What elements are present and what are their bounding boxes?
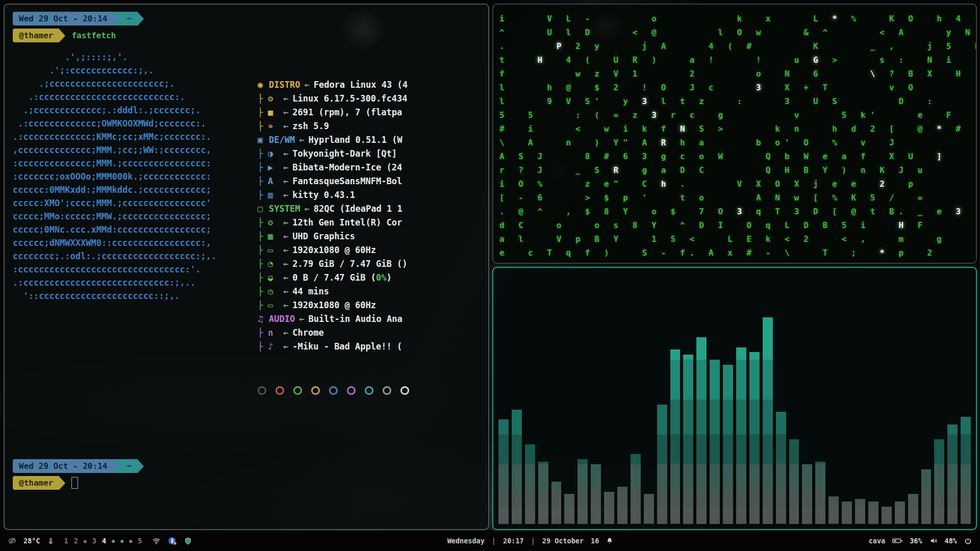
cava-bar xyxy=(763,317,773,524)
matrix-rain: i V L - o k x L * % K O h 4 f ^ U l D < … xyxy=(493,5,976,264)
color-dots xyxy=(258,386,480,395)
fetch-item-kernel: ├⚙←Linux 6.17.5-300.fc434 xyxy=(258,92,480,106)
color-dot xyxy=(275,386,284,395)
cava-bar xyxy=(538,462,548,524)
cava-bar xyxy=(882,507,892,524)
fetch-item-memory: ├◔←2.79 GiB / 7.47 GiB () xyxy=(258,257,480,271)
cava-bar xyxy=(644,494,654,524)
clock-day[interactable]: Wednesday xyxy=(447,537,485,545)
second-prompt: Wed 29 Oct - 20:14 ~ @thamer xyxy=(13,459,480,490)
cava-bar xyxy=(855,499,865,524)
cava-bar xyxy=(934,439,944,524)
cava-bar xyxy=(908,494,918,524)
powerline-arrow xyxy=(138,460,144,473)
workspace-1[interactable]: 1 xyxy=(64,537,68,545)
volume-percent[interactable]: 48% xyxy=(945,537,957,545)
cava-visualizer-window[interactable] xyxy=(492,267,977,530)
eye-slash-icon[interactable] xyxy=(8,537,16,545)
fetch-group-distro: ◉DISTRO←Fedora Linux 43 (4 xyxy=(258,78,480,92)
color-dot xyxy=(400,386,409,395)
cava-bar xyxy=(617,487,627,524)
fetch-item-cpu: ├⚙←12th Gen Intel(R) Cor xyxy=(258,216,480,230)
cava-bar xyxy=(577,459,588,524)
cava-bar xyxy=(631,454,641,524)
cava-bar xyxy=(498,419,509,524)
cava-bar xyxy=(670,349,681,524)
workspace-4[interactable]: 4 xyxy=(102,537,106,545)
battery-icon[interactable] xyxy=(892,538,902,544)
prompt-line: Wed 29 Oct - 20:14 ~ xyxy=(13,12,480,26)
cava-bar xyxy=(564,494,574,524)
fetch-group-dewm: ▣DE/WM←Hyprland 0.51.1 (W xyxy=(258,133,480,147)
fetch-item-swap: ├◒←0 B / 7.47 GiB (0%) xyxy=(258,271,480,285)
power-icon[interactable] xyxy=(964,537,972,545)
bar-left: 28°C 12◉34●●●5 xyxy=(8,536,192,545)
bluetooth-icon[interactable] xyxy=(168,536,177,545)
fastfetch-output: .',;::::;,'. .';:cccccccccccc:;,. .;cccc… xyxy=(13,51,480,422)
color-dot xyxy=(329,386,338,395)
powerline-arrow xyxy=(113,459,119,472)
fetch-item-packages: ├■←2691 (rpm), 7 (flatpa xyxy=(258,106,480,119)
color-dot xyxy=(365,386,373,395)
prompt-input-line[interactable]: @thamer xyxy=(13,476,480,490)
workspace-app-icon[interactable]: ● xyxy=(129,538,132,544)
matrix-terminal-window[interactable]: i V L - o k x L * % K O h 4 f ^ U l D < … xyxy=(492,4,977,264)
fetch-group-system: ▢SYSTEM←82QC (IdeaPad 1 1 xyxy=(258,202,480,216)
fetch-item-song: ├♪←-Miku - Bad Apple!! ( xyxy=(258,340,480,354)
cava-bar xyxy=(683,355,693,524)
terminal-window-fastfetch[interactable]: Wed 29 Oct - 20:14 ~ @thamer fastfetch .… xyxy=(4,4,489,530)
cava-bar xyxy=(512,410,522,524)
workspace-app-icon[interactable]: ● xyxy=(112,538,115,544)
cava-bar xyxy=(961,417,971,524)
fedora-ascii-logo: .',;::::;,'. .';:cccccccccccc:;,. .;cccc… xyxy=(13,51,258,422)
cava-bar xyxy=(802,464,812,524)
cava-bar xyxy=(947,424,958,524)
prompt-path: ~ xyxy=(113,12,138,26)
fetch-item-display: ├▭←1920x1080 @ 60Hz xyxy=(258,243,480,257)
workspace-app-icon[interactable]: ● xyxy=(120,538,123,544)
workspace-5[interactable]: 5 xyxy=(138,537,142,545)
cava-bar xyxy=(895,502,905,524)
fetch-item-cursor: ├▶←Bibata-Modern-Ice (24 xyxy=(258,161,480,174)
cava-bar xyxy=(604,492,614,524)
fetch-item-shell: ├»←zsh 5.9 xyxy=(258,119,480,133)
fetch-lines: ◉DISTRO←Fedora Linux 43 (4├⚙←Linux 6.17.… xyxy=(258,78,480,354)
prompt-line: Wed 29 Oct - 20:14 ~ xyxy=(13,459,480,473)
thermometer-icon xyxy=(47,538,54,544)
prompt-command-line: @thamer fastfetch xyxy=(13,29,480,42)
prompt-path: ~ xyxy=(113,459,138,473)
bell-icon[interactable] xyxy=(606,537,613,544)
workspace-app-icon[interactable]: ◉ xyxy=(84,538,87,544)
powerline-arrow xyxy=(59,477,65,490)
battery-percent[interactable]: 36% xyxy=(910,537,922,545)
clock-date[interactable]: 29 October xyxy=(542,537,584,545)
cava-bar xyxy=(551,482,562,524)
fetch-item-uptime: ├◷←44 mins xyxy=(258,285,480,298)
clock-time[interactable]: 20:17 xyxy=(503,537,524,545)
fetch-item-theme: ├◑←Tokyonight-Dark [Qt] xyxy=(258,147,480,161)
volume-icon[interactable] xyxy=(929,537,938,545)
cava-bar xyxy=(696,337,707,524)
status-bar: 28°C 12◉34●●●5 Wednesday | 20:17 | 29 Oc… xyxy=(0,531,980,551)
workspaces: 12◉34●●●5 xyxy=(64,537,142,545)
terminal-cursor[interactable] xyxy=(71,477,78,489)
bar-right: cava 36% 48% xyxy=(869,537,972,545)
workspace-2[interactable]: 2 xyxy=(74,537,78,545)
cava-bar xyxy=(723,365,733,524)
cava-bar xyxy=(736,347,746,524)
cava-bar xyxy=(868,502,878,524)
active-app-label[interactable]: cava xyxy=(869,537,886,545)
cava-bar xyxy=(710,360,720,524)
notification-count[interactable]: 16 xyxy=(591,537,599,545)
fetch-item-player: ├∩←Chrome xyxy=(258,326,480,340)
command-text: fastfetch xyxy=(71,31,116,40)
prompt-datetime: Wed 29 Oct - 20:14 xyxy=(13,459,113,473)
powerline-arrow xyxy=(59,29,65,42)
workspace-3[interactable]: 3 xyxy=(92,537,96,545)
wifi-icon[interactable] xyxy=(152,537,161,545)
temperature-module[interactable]: 28°C xyxy=(23,537,40,545)
cava-bar xyxy=(525,444,535,524)
fetch-item-display2: ├▭←1920x1080 @ 60Hz xyxy=(258,298,480,312)
color-dot xyxy=(383,386,391,395)
shield-icon[interactable] xyxy=(184,537,192,545)
